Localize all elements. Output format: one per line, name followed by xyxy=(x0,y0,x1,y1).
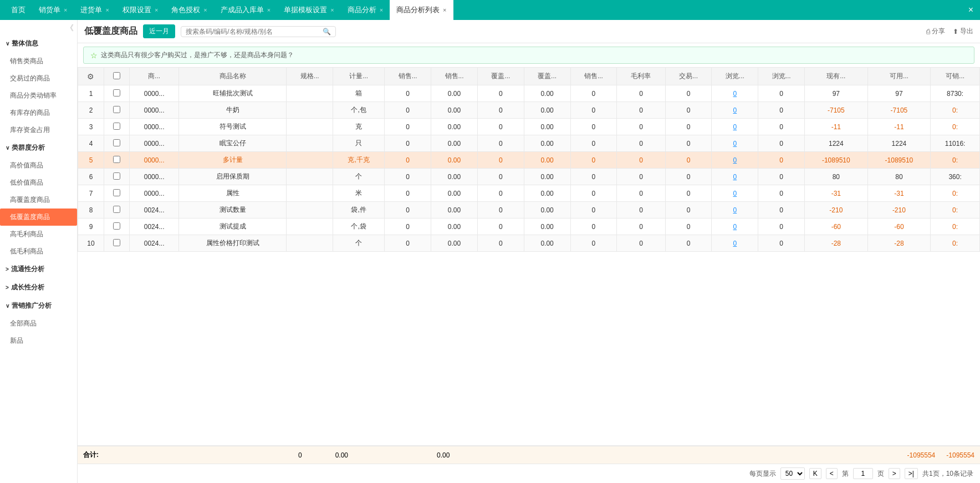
nav-close-icon[interactable]: × xyxy=(155,7,158,13)
row-checkbox[interactable] xyxy=(113,172,120,180)
browse-link[interactable]: 0 xyxy=(733,206,737,214)
sidebar-item-低毛利商品[interactable]: 低毛利商品 xyxy=(0,243,77,260)
sidebar-item-商品分类动销率[interactable]: 商品分类动销率 xyxy=(0,87,77,104)
nav-item-单据模板设置[interactable]: 单据模板设置× xyxy=(277,0,340,20)
nav-item-商品分析列表[interactable]: 商品分析列表× xyxy=(390,0,453,20)
sidebar-collapse-btn[interactable]: 《 xyxy=(0,20,77,34)
browse-link[interactable]: 0 xyxy=(733,90,737,98)
first-page-btn[interactable]: K xyxy=(809,468,821,479)
info-text: 这类商品只有很少客户购买过，是推广不够，还是商品本身问题？ xyxy=(101,50,294,60)
nav-close-icon[interactable]: × xyxy=(105,7,109,13)
col-header-margin[interactable]: 毛利率 xyxy=(617,68,665,85)
sidebar-item-高毛利商品[interactable]: 高毛利商品 xyxy=(0,226,77,243)
sidebar-item-低价值商品[interactable]: 低价值商品 xyxy=(0,174,77,191)
browse-link[interactable]: 0 xyxy=(733,223,737,231)
col-header-available[interactable]: 可用... xyxy=(867,68,931,85)
col-header-saleable[interactable]: 可销... xyxy=(931,68,980,85)
col-header-settings[interactable]: ⚙ xyxy=(78,68,104,85)
col-header-sales2[interactable]: 销售... xyxy=(431,68,478,85)
sidebar-group-整体信息[interactable]: ∨整体信息 xyxy=(0,34,77,53)
sidebar-group-营销推广分析[interactable]: ∨营销推广分析 xyxy=(0,297,77,315)
row-checkbox[interactable] xyxy=(113,123,120,130)
sidebar-item-新品[interactable]: 新品 xyxy=(0,332,77,349)
time-tab-recent-month[interactable]: 近一月 xyxy=(143,24,175,38)
nav-close-icon[interactable]: × xyxy=(203,7,207,13)
sidebar-item-有库存的商品[interactable]: 有库存的商品 xyxy=(0,104,77,121)
col-header-trade[interactable]: 交易... xyxy=(665,68,712,85)
col-header-sales3[interactable]: 销售... xyxy=(570,68,617,85)
row-checkbox[interactable] xyxy=(113,106,120,113)
sidebar-group-成长性分析[interactable]: >成长性分析 xyxy=(0,278,77,297)
nav-item-销货单[interactable]: 销货单× xyxy=(32,0,74,20)
nav-item-首页[interactable]: 首页 xyxy=(4,0,32,20)
table-row: 100024...属性价格打印测试个00.0000.0000000-28-280… xyxy=(78,235,980,252)
settings-icon[interactable]: ⚙ xyxy=(87,72,94,81)
last-page-btn[interactable]: >| xyxy=(905,468,918,479)
row-checkbox[interactable] xyxy=(113,222,120,230)
cell-browse1[interactable]: 0 xyxy=(712,102,758,119)
browse-link[interactable]: 0 xyxy=(733,173,737,181)
col-header-cover1[interactable]: 覆盖... xyxy=(477,68,524,85)
row-checkbox[interactable] xyxy=(113,139,120,146)
cell-browse1[interactable]: 0 xyxy=(712,235,758,252)
col-header-spec[interactable]: 规格... xyxy=(287,68,333,85)
search-input[interactable] xyxy=(186,28,323,35)
col-header-no[interactable]: 商... xyxy=(130,68,179,85)
sidebar-item-全部商品[interactable]: 全部商品 xyxy=(0,315,77,332)
sidebar-item-销售类商品[interactable]: 销售类商品 xyxy=(0,53,77,70)
cell-browse1[interactable]: 0 xyxy=(712,85,758,102)
nav-close-icon[interactable]: × xyxy=(267,7,270,13)
browse-link[interactable]: 0 xyxy=(733,156,737,164)
cell-browse1[interactable]: 0 xyxy=(712,135,758,152)
per-page-select[interactable]: 50 xyxy=(780,467,805,480)
close-all-tabs[interactable]: × xyxy=(968,5,973,15)
col-header-current[interactable]: 现有... xyxy=(805,68,868,85)
next-page-btn[interactable]: > xyxy=(889,468,900,479)
browse-link[interactable]: 0 xyxy=(733,240,737,247)
row-checkbox[interactable] xyxy=(113,89,120,96)
browse-link[interactable]: 0 xyxy=(733,190,737,197)
nav-item-商品分析[interactable]: 商品分析× xyxy=(341,0,390,20)
col-header-name[interactable]: 商品名称 xyxy=(178,68,286,85)
row-checkbox[interactable] xyxy=(113,206,120,213)
select-all-checkbox[interactable] xyxy=(113,72,120,79)
nav-item-进货单[interactable]: 进货单× xyxy=(74,0,115,20)
sidebar-item-低覆盖度商品[interactable]: 低覆盖度商品 xyxy=(0,209,77,226)
cell-browse1[interactable]: 0 xyxy=(712,218,758,235)
sidebar-item-交易过的商品[interactable]: 交易过的商品 xyxy=(0,70,77,87)
sidebar-item-库存资金占用[interactable]: 库存资金占用 xyxy=(0,121,77,139)
col-header-cover2[interactable]: 覆盖... xyxy=(524,68,570,85)
browse-link[interactable]: 0 xyxy=(733,106,737,114)
prev-page-btn[interactable]: < xyxy=(826,468,838,479)
nav-item-权限设置[interactable]: 权限设置× xyxy=(116,0,165,20)
cell-browse1[interactable]: 0 xyxy=(712,119,758,135)
nav-item-产成品入库单[interactable]: 产成品入库单× xyxy=(214,0,277,20)
export-button[interactable]: ⬆ 导出 xyxy=(953,27,973,36)
row-checkbox[interactable] xyxy=(113,156,120,163)
sidebar-group-流通性分析[interactable]: >流通性分析 xyxy=(0,260,77,278)
search-icon[interactable]: 🔍 xyxy=(323,28,331,35)
cell-browse1[interactable]: 0 xyxy=(712,152,758,169)
row-checkbox[interactable] xyxy=(113,189,120,196)
col-header-checkbox[interactable] xyxy=(104,68,129,85)
row-checkbox[interactable] xyxy=(113,239,120,246)
cell-browse1[interactable]: 0 xyxy=(712,202,758,218)
sidebar-item-高覆盖度商品[interactable]: 高覆盖度商品 xyxy=(0,191,77,209)
col-header-browse1[interactable]: 浏览... xyxy=(712,68,758,85)
browse-link[interactable]: 0 xyxy=(733,123,737,131)
cell-browse1[interactable]: 0 xyxy=(712,185,758,202)
share-button[interactable]: ⎙ 分享 xyxy=(926,27,945,36)
col-header-browse2[interactable]: 浏览... xyxy=(758,68,805,85)
cell-browse1[interactable]: 0 xyxy=(712,169,758,185)
browse-link[interactable]: 0 xyxy=(733,140,737,148)
nav-close-icon[interactable]: × xyxy=(64,7,67,13)
col-header-unit[interactable]: 计量... xyxy=(333,68,385,85)
sidebar-group-类群度分析[interactable]: ∨类群度分析 xyxy=(0,139,77,157)
nav-close-icon[interactable]: × xyxy=(380,7,383,13)
nav-item-角色授权[interactable]: 角色授权× xyxy=(165,0,213,20)
sidebar-item-高价值商品[interactable]: 高价值商品 xyxy=(0,157,77,174)
nav-close-icon[interactable]: × xyxy=(443,7,446,13)
page-number-input[interactable] xyxy=(853,468,873,479)
nav-close-icon[interactable]: × xyxy=(330,7,334,13)
col-header-sales1[interactable]: 销售... xyxy=(385,68,431,85)
